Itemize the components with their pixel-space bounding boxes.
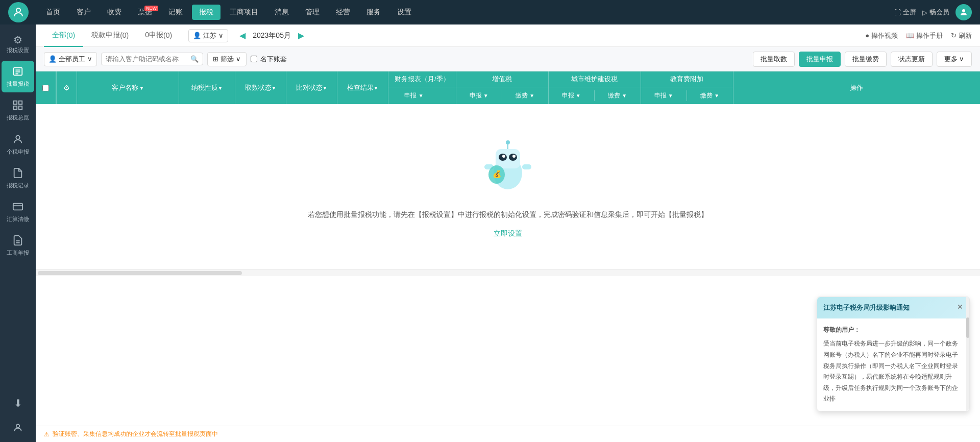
th-filter-icon-name[interactable]: ▼ xyxy=(139,85,144,91)
sidebar-label-batch-tax: 批量报税 xyxy=(7,81,29,87)
batch-pay-button[interactable]: 批量缴费 xyxy=(845,52,887,67)
th-filter-icon-fetch[interactable]: ▼ xyxy=(272,85,277,91)
app-logo[interactable] xyxy=(8,2,29,22)
refresh-button[interactable]: ↻ 刷新 xyxy=(951,31,972,40)
fullscreen-icon: ⛶ xyxy=(894,9,901,16)
nav-accounting[interactable]: 记账 xyxy=(161,5,190,20)
manual-icon: 📖 xyxy=(906,32,914,39)
notification-header: 江苏电子税务局升级影响通知 ✕ xyxy=(817,297,969,318)
sidebar-item-tax-records[interactable]: 报税记录 xyxy=(2,162,34,194)
th-group-edu-title: 教育费附加 xyxy=(641,71,733,87)
video-tutorial-button[interactable]: ● 操作视频 xyxy=(865,31,898,40)
toolbar: 👤 全部员工 ∨ 🔍 ⊞ 筛选 ∨ 名下账套 批量取数 批量申报 批量缴费 xyxy=(36,47,980,71)
th-filter-icon-check[interactable]: ▼ xyxy=(374,85,379,91)
subaccount-checkbox-wrap[interactable]: 名下账套 xyxy=(251,55,287,64)
th-filter-city-pay[interactable]: ▼ xyxy=(622,93,627,99)
vip-button[interactable]: ▷ 畅会员 xyxy=(922,8,949,17)
more-button[interactable]: 更多 ∨ xyxy=(937,52,972,67)
filter-icon: ⊞ xyxy=(213,55,218,63)
nav-tax[interactable]: 报税 xyxy=(192,5,220,20)
sidebar-label-tax-settings: 报税设置 xyxy=(7,47,29,54)
status-update-button[interactable]: 状态更新 xyxy=(891,52,933,67)
notification-scrollbar[interactable] xyxy=(966,297,969,411)
th-filter-icon-type[interactable]: ▼ xyxy=(218,85,223,91)
search-icon[interactable]: 🔍 xyxy=(190,55,199,63)
th-filter-city-dec[interactable]: ▼ xyxy=(576,93,581,99)
refresh-icon: ↻ xyxy=(951,32,957,39)
subaccount-checkbox[interactable] xyxy=(251,56,257,62)
nav-settings[interactable]: 设置 xyxy=(390,5,419,20)
new-badge: NEW xyxy=(144,6,158,11)
search-input[interactable] xyxy=(106,55,188,63)
nav-operation[interactable]: 经营 xyxy=(329,5,357,20)
nav-message[interactable]: 消息 xyxy=(267,5,296,20)
filter-chevron: ∨ xyxy=(236,55,241,63)
select-all-checkbox[interactable] xyxy=(42,85,49,91)
batch-fetch-button[interactable]: 批量取数 xyxy=(753,52,795,67)
sidebar-item-settlement[interactable]: 汇算清缴 xyxy=(2,196,34,228)
empty-state: 💰 若您想使用批量报税功能，请先在【报税设置】中进行报税的初始化设置，完成密码验… xyxy=(36,104,980,269)
fullscreen-button[interactable]: ⛶ 全屏 xyxy=(894,8,916,17)
th-filter-edu-dec[interactable]: ▼ xyxy=(668,93,673,99)
next-month-button[interactable]: ▶ xyxy=(295,30,307,41)
sidebar-item-tax-overview[interactable]: 报税总览 xyxy=(2,94,34,126)
region-chevron: ∨ xyxy=(218,32,224,39)
top-navigation: 首页 客户 收费 票据 NEW 记账 报税 工商项目 消息 管理 经营 服务 设… xyxy=(0,0,980,24)
th-fetch-status: 取数状态 ▼ xyxy=(235,71,286,104)
user-profile-icon[interactable] xyxy=(8,418,28,438)
user-avatar[interactable] xyxy=(955,4,972,20)
robot-illustration: 💰 xyxy=(477,135,538,196)
th-checkbox[interactable] xyxy=(36,71,56,104)
th-edu-declare: 申报 ▼ xyxy=(641,90,687,101)
svg-point-21 xyxy=(512,155,516,158)
nav-customer[interactable]: 客户 xyxy=(69,5,98,20)
sidebar-item-annual-report[interactable]: 工商年报 xyxy=(2,230,34,261)
vip-icon: ▷ xyxy=(922,9,927,16)
svg-rect-25 xyxy=(522,164,531,169)
search-wrap: 🔍 xyxy=(101,53,203,65)
tax-records-icon xyxy=(12,167,23,181)
th-filter-edu-pay[interactable]: ▼ xyxy=(714,93,719,99)
notification-close-button[interactable]: ✕ xyxy=(957,303,963,310)
th-group-financial: 财务报表（月/季） 申报 ▼ xyxy=(388,71,456,104)
tab-zero-declare[interactable]: 0申报(0) xyxy=(137,24,180,47)
nav-service[interactable]: 服务 xyxy=(359,5,388,20)
svg-rect-8 xyxy=(14,106,17,109)
download-icon[interactable]: ⬇ xyxy=(8,393,28,413)
manual-button[interactable]: 📖 操作手册 xyxy=(906,31,943,40)
th-filter-vat-pay[interactable]: ▼ xyxy=(529,93,534,99)
sidebar-item-personal-tax[interactable]: 个税申报 xyxy=(2,129,34,160)
prev-month-button[interactable]: ◀ xyxy=(236,30,249,41)
scroll-thumb[interactable] xyxy=(38,271,242,275)
staff-selector[interactable]: 👤 全部员工 ∨ xyxy=(44,52,97,66)
notification-panel: 江苏电子税务局升级影响通知 ✕ 尊敬的用户： 受当前电子税务局进一步升级的影响，… xyxy=(817,297,970,411)
nav-business[interactable]: 工商项目 xyxy=(223,5,265,20)
nav-admin[interactable]: 管理 xyxy=(298,5,327,20)
th-group-vat-title: 增值税 xyxy=(456,71,548,87)
region-selector[interactable]: 👤 江苏 ∨ xyxy=(188,29,228,42)
th-filter-icon-compare[interactable]: ▼ xyxy=(323,85,328,91)
svg-rect-9 xyxy=(19,106,22,109)
table-header: ⚙ 客户名称 ▼ 纳税性质 ▼ 取数状态 ▼ 比对状态 xyxy=(36,71,980,104)
svg-rect-7 xyxy=(19,101,22,104)
sidebar-item-tax-settings[interactable]: ⚙ 报税设置 xyxy=(2,29,34,59)
tax-overview-icon xyxy=(12,100,23,113)
horizontal-scrollbar[interactable] xyxy=(36,269,980,276)
filter-button[interactable]: ⊞ 筛选 ∨ xyxy=(207,52,247,66)
th-filter-vat-dec[interactable]: ▼ xyxy=(483,93,488,99)
setup-link[interactable]: 立即设置 xyxy=(494,229,522,238)
sidebar-label-tax-overview: 报税总览 xyxy=(7,114,29,121)
th-check-result: 检查结果 ▼ xyxy=(337,71,388,104)
notification-body: 尊敬的用户： 受当前电子税务局进一步升级的影响，同一个政务网账号（办税人）名下的… xyxy=(817,318,969,411)
settlement-icon xyxy=(12,201,23,215)
nav-billing[interactable]: 收费 xyxy=(100,5,129,20)
sidebar-label-tax-records: 报税记录 xyxy=(7,182,29,189)
th-filter-fin[interactable]: ▼ xyxy=(419,93,424,99)
batch-declare-button[interactable]: 批量申报 xyxy=(799,52,841,67)
nav-invoice[interactable]: 票据 NEW xyxy=(131,5,159,20)
nav-home[interactable]: 首页 xyxy=(39,5,67,20)
tab-tax-declare[interactable]: 税款申报(0) xyxy=(83,24,137,47)
sidebar-item-batch-tax[interactable]: 批量报税 xyxy=(2,61,34,92)
more-chevron: ∨ xyxy=(959,55,964,63)
tab-all[interactable]: 全部(0) xyxy=(44,24,83,47)
